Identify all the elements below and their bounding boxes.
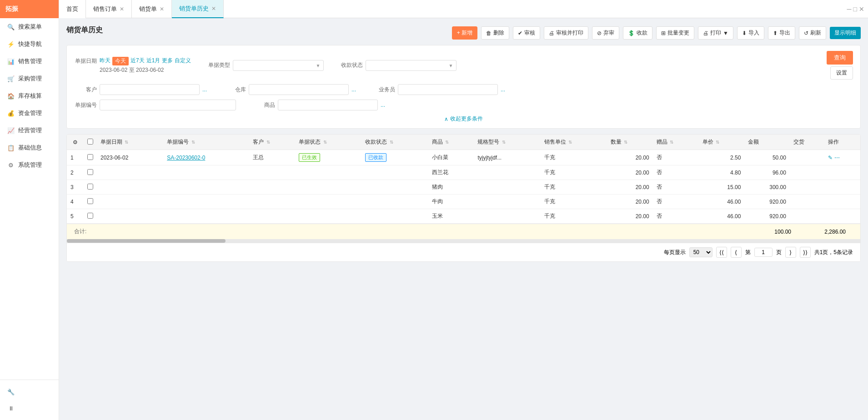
td-actions[interactable]	[824, 195, 860, 209]
th-customer[interactable]: 客户 ⇅	[249, 135, 295, 150]
window-close-icon[interactable]: ✕	[859, 5, 864, 13]
filter-goods-more[interactable]: ...	[381, 102, 385, 108]
sidebar-item-purchase-mgmt[interactable]: 🛒 采购管理	[0, 70, 59, 87]
page-prev-button[interactable]: ⟨	[731, 247, 742, 258]
td-actions[interactable]	[824, 209, 860, 224]
edit-action-icon[interactable]: ✎	[828, 155, 833, 161]
row-checkbox[interactable]	[87, 154, 93, 160]
tab-home[interactable]: 首页	[59, 0, 86, 18]
sidebar-item-operations[interactable]: 📈 经营管理	[0, 122, 59, 139]
row-checkbox[interactable]	[87, 169, 93, 175]
sidebar-item-sales-mgmt[interactable]: 📊 销售管理	[0, 53, 59, 70]
page-number-input[interactable]	[754, 248, 773, 257]
date-shortcut-yesterday[interactable]: 昨天	[100, 57, 110, 65]
th-payment-status[interactable]: 收款状态 ⇅	[361, 135, 428, 150]
td-checkbox[interactable]	[83, 150, 97, 165]
abandon-button[interactable]: ⊘ 弃审	[592, 26, 619, 40]
sidebar-item-settings[interactable]: 🔧	[0, 384, 59, 400]
td-checkbox[interactable]	[83, 195, 97, 209]
tab-delivery-close[interactable]: ✕	[160, 6, 164, 12]
sort-qty-icon: ⇅	[624, 140, 627, 145]
filter-docnum-item: 单据编号	[74, 100, 236, 110]
td-doc-number[interactable]	[163, 165, 249, 180]
sidebar-item-collapse[interactable]: ⏸	[0, 400, 59, 416]
th-gift[interactable]: 赠品 ⇅	[653, 135, 699, 150]
sidebar-item-inventory[interactable]: 🏠 库存核算	[0, 87, 59, 105]
td-actions[interactable]	[824, 180, 860, 195]
row-checkbox[interactable]	[87, 184, 93, 190]
date-shortcut-more[interactable]: 更多	[162, 57, 173, 65]
tab-sales-order-close[interactable]: ✕	[120, 6, 124, 12]
sidebar-item-quick-nav[interactable]: ⚡ 快捷导航	[0, 35, 59, 53]
filter-payment-select[interactable]	[366, 60, 457, 71]
tab-delivery-history-close[interactable]: ✕	[211, 5, 216, 12]
more-action-icon[interactable]: ⋯	[834, 155, 840, 161]
filter-goods-input[interactable]	[278, 100, 378, 110]
tab-sales-order[interactable]: 销售订单 ✕	[86, 0, 132, 18]
print-button[interactable]: 🖨 打印 ▼	[698, 26, 733, 40]
filter-customer-more[interactable]: ...	[202, 86, 207, 93]
td-doc-number[interactable]	[163, 195, 249, 209]
audit-button[interactable]: ✔ 审核	[513, 26, 540, 40]
th-gear[interactable]: ⚙	[67, 135, 83, 150]
filter-customer-input[interactable]	[100, 84, 200, 95]
date-shortcut-today[interactable]: 今天	[112, 57, 129, 65]
td-actions[interactable]	[824, 165, 860, 180]
filter-salesperson-input[interactable]	[398, 84, 498, 95]
collapse-button[interactable]: ∧ 收起更多条件	[74, 115, 853, 123]
filter-docnum-input[interactable]	[100, 100, 236, 110]
tab-delivery-history[interactable]: 销货单历史 ✕	[172, 0, 224, 18]
filter-warehouse-more[interactable]: ...	[351, 86, 356, 93]
td-checkbox[interactable]	[83, 165, 97, 180]
page-first-button[interactable]: ⟨⟨	[716, 247, 727, 258]
doc-number-link[interactable]: SA-20230602-0	[167, 155, 205, 161]
filter-salesperson-more[interactable]: ...	[501, 86, 505, 93]
row-checkbox[interactable]	[87, 198, 93, 204]
batch-change-button[interactable]: ⊞ 批量变更	[656, 26, 694, 40]
filter-warehouse-input[interactable]	[249, 84, 349, 95]
maximize-icon[interactable]: □	[853, 5, 857, 13]
date-shortcut-7days[interactable]: 近7天	[130, 57, 145, 65]
gear-icon[interactable]: ⚙	[73, 139, 78, 145]
th-goods[interactable]: 商品 ⇅	[428, 135, 474, 150]
filter-doctype-select[interactable]	[233, 60, 324, 71]
query-button[interactable]: 查询	[827, 51, 853, 65]
td-doc-number[interactable]	[163, 209, 249, 224]
th-qty[interactable]: 数量 ⇅	[607, 135, 653, 150]
minimize-icon[interactable]: ─	[847, 5, 852, 13]
td-checkbox[interactable]	[83, 209, 97, 224]
add-button[interactable]: + 新增	[452, 26, 477, 40]
sidebar-item-basic-info[interactable]: 📋 基础信息	[0, 139, 59, 156]
audit-print-button[interactable]: 🖨 审核并打印	[544, 26, 588, 40]
setting-button[interactable]: 设置	[830, 66, 853, 80]
th-unit-price[interactable]: 单价 ⇅	[699, 135, 745, 150]
tab-delivery[interactable]: 销货单 ✕	[132, 0, 172, 18]
page-last-button[interactable]: ⟩⟩	[800, 247, 811, 258]
sidebar-item-finance[interactable]: 💰 资金管理	[0, 105, 59, 122]
date-shortcut-1month[interactable]: 近1月	[146, 57, 161, 65]
import-button[interactable]: ⬇ 导入	[737, 26, 764, 40]
refresh-button[interactable]: ↺ 刷新	[799, 26, 826, 40]
row-checkbox[interactable]	[87, 213, 93, 219]
scrollbar-thumb[interactable]	[67, 239, 226, 243]
th-doc-number[interactable]: 单据编号 ⇅	[163, 135, 249, 150]
select-all-checkbox[interactable]	[87, 139, 93, 145]
horizontal-scrollbar[interactable]	[67, 239, 860, 243]
th-spec[interactable]: 规格型号 ⇅	[474, 135, 540, 150]
th-doc-status[interactable]: 单据状态 ⇅	[295, 135, 361, 150]
export-button[interactable]: ⬆ 导出	[768, 26, 795, 40]
date-shortcut-custom[interactable]: 自定义	[175, 57, 191, 65]
show-detail-button[interactable]: 显示明细	[830, 27, 861, 39]
th-sales-unit[interactable]: 销售单位 ⇅	[541, 135, 607, 150]
td-doc-number[interactable]	[163, 180, 249, 195]
sidebar-item-system-mgmt[interactable]: ⚙ 系统管理	[0, 156, 59, 174]
th-doc-date[interactable]: 单据日期 ⇅	[97, 135, 163, 150]
sidebar-item-search-menu[interactable]: 🔍 搜索菜单	[0, 18, 59, 35]
td-checkbox[interactable]	[83, 180, 97, 195]
page-next-button[interactable]: ⟩	[785, 247, 796, 258]
page-size-select[interactable]: 50 100 200	[689, 247, 712, 257]
delete-button[interactable]: 🗑 删除	[481, 26, 509, 40]
collect-button[interactable]: 💲 收款	[623, 26, 652, 40]
td-doc-number[interactable]: SA-20230602-0	[163, 150, 249, 165]
td-actions[interactable]: ✎⋯	[824, 150, 860, 165]
